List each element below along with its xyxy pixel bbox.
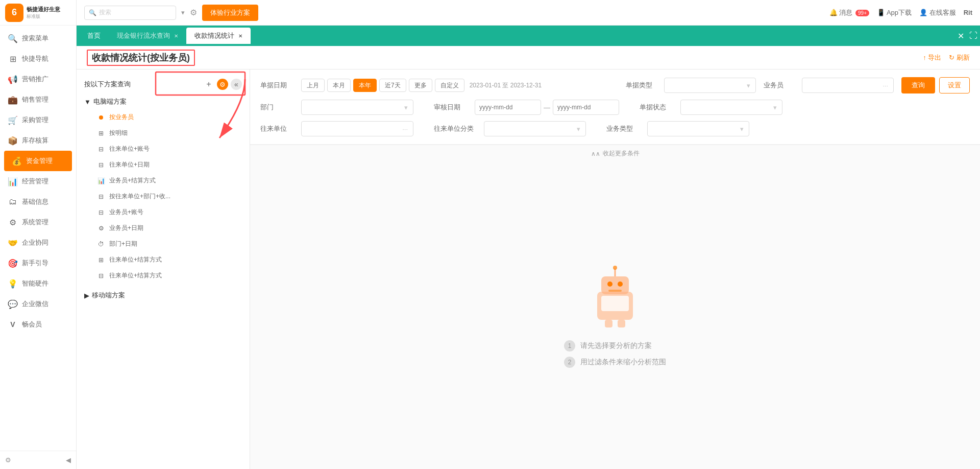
business-type-label: 业务类型 xyxy=(606,124,637,133)
tab-receipt[interactable]: 收款情况统计 ✕ xyxy=(186,28,251,44)
chevron-up-icon: ∧∧ xyxy=(591,150,600,157)
sidebar-item-hardware[interactable]: 💡 智能硬件 xyxy=(0,273,76,294)
collapse-bar[interactable]: ∧∧ 收起更多条件 xyxy=(250,145,980,162)
sidebar-item-search[interactable]: 🔍 搜索菜单 xyxy=(0,28,76,49)
sidebar-item-wechat[interactable]: 💬 企业微信 xyxy=(0,294,76,314)
filter-area: 单据日期 上月 本月 本年 近7天 更多 自定义 2023-01-01 至 20… xyxy=(250,69,980,145)
tab-home[interactable]: 首页 xyxy=(79,28,109,44)
salesman-date-icon: ⚙ xyxy=(97,224,105,232)
date-btn-this-year[interactable]: 本年 xyxy=(353,79,377,92)
audit-date-label: 审核日期 xyxy=(434,103,464,112)
expand-icon: ▼ xyxy=(84,98,91,106)
schema-item-unit-dept[interactable]: ⊟ 按往来单位+部门+收... xyxy=(84,189,242,204)
sidebar-item-quicknav[interactable]: ⊞ 快捷导航 xyxy=(0,49,76,69)
chevron-down-icon: ▾ xyxy=(747,82,750,89)
schema-item-salesman-date[interactable]: ⚙ 业务员+日期 xyxy=(84,220,242,236)
home-icon: ⊞ xyxy=(8,54,18,64)
dropdown-icon[interactable]: ▾ xyxy=(181,9,185,16)
export-btn[interactable]: ↑ 导出 xyxy=(923,53,941,62)
enterprise-icon: 🤝 xyxy=(8,238,18,248)
schema-item-unit-account[interactable]: ⊟ 往来单位+账号 xyxy=(84,141,242,157)
search-bar: 🔍 搜索 xyxy=(84,6,176,20)
user-name[interactable]: Rit xyxy=(964,9,972,16)
panel-title: 按以下方案查询 xyxy=(84,80,131,89)
sidebar-item-basic[interactable]: 🗂 基础信息 xyxy=(0,192,76,212)
audit-date-end[interactable] xyxy=(553,100,619,115)
right-filters: 单据类型 ▾ 业务员 ··· 查询 设置 xyxy=(626,77,970,93)
schema-item-unit-settle1[interactable]: ⊞ 往来单位+结算方式 xyxy=(84,252,242,268)
add-schema-btn[interactable]: + xyxy=(203,79,214,90)
collapse-panel-btn[interactable]: « xyxy=(231,79,242,90)
schema-item-dept-date[interactable]: ⏱ 部门+日期 xyxy=(84,236,242,252)
page-header: 收款情况统计(按业务员) ↑ 导出 ↻ 刷新 xyxy=(77,46,980,69)
sidebar-item-operation[interactable]: 📊 经营管理 xyxy=(0,171,76,192)
sidebar-item-guide[interactable]: 🎯 新手引导 xyxy=(0,253,76,273)
schema-item-unit-settle2[interactable]: ⊟ 往来单位+结算方式 xyxy=(84,268,242,284)
empty-illustration xyxy=(582,264,648,330)
right-panel: 单据日期 上月 本月 本年 近7天 更多 自定义 2023-01-01 至 20… xyxy=(250,69,980,469)
sidebar-item-system[interactable]: ⚙ 系统管理 xyxy=(0,212,76,232)
inventory-icon: 📦 xyxy=(8,135,18,146)
empty-step-1: 1 请先选择要分析的方案 xyxy=(564,340,666,351)
tabbar-actions: ✕ ⛶ xyxy=(958,31,977,41)
schema-item-by-salesman[interactable]: 按业务员 xyxy=(84,109,242,125)
schema-gear-btn[interactable]: ⚙ xyxy=(217,79,228,90)
tab-bank[interactable]: 现金银行流水查询 ✕ xyxy=(109,28,186,44)
partner-select[interactable]: ··· xyxy=(301,121,413,136)
dept-select[interactable]: ▾ xyxy=(301,100,413,115)
app-download[interactable]: 📱 App下载 xyxy=(877,8,912,17)
sidebar-item-member[interactable]: V 畅会员 xyxy=(0,314,76,335)
empty-steps: 1 请先选择要分析的方案 2 用过滤条件来缩小分析范围 xyxy=(564,340,666,368)
left-panel: 按以下方案查询 + ⚙ « ▼ 电脑端方案 按业务员 xyxy=(77,69,250,469)
filter-row-2: 部门 ▾ 审核日期 — 单据状态 ▾ xyxy=(260,100,970,115)
date-btn-custom[interactable]: 自定义 xyxy=(435,79,464,92)
audit-date-start[interactable] xyxy=(475,100,541,115)
desktop-group-title[interactable]: ▼ 电脑端方案 xyxy=(84,94,242,109)
svg-point-10 xyxy=(613,266,617,270)
sidebar-item-purchase[interactable]: 🛒 采购管理 xyxy=(0,110,76,130)
date-btn-this-month[interactable]: 本月 xyxy=(327,79,351,92)
detail-icon: ⊞ xyxy=(97,129,105,137)
close-receipt-tab[interactable]: ✕ xyxy=(238,33,242,39)
sidebar-item-inventory[interactable]: 📦 库存核算 xyxy=(0,130,76,151)
schema-item-unit-date[interactable]: ⊟ 往来单位+日期 xyxy=(84,157,242,173)
close-bank-tab[interactable]: ✕ xyxy=(174,33,178,39)
topbar-left: 🔍 搜索 ▾ ⚙ 体验行业方案 xyxy=(84,5,258,21)
close-window-icon[interactable]: ✕ xyxy=(958,31,964,41)
sidebar-item-marketing[interactable]: 📢 营销推广 xyxy=(0,69,76,89)
doc-status-select[interactable]: ▾ xyxy=(680,100,782,115)
sidebar-item-sales[interactable]: 💼 销售管理 xyxy=(0,89,76,110)
schema-item-salesman-account[interactable]: ⊟ 业务员+账号 xyxy=(84,204,242,220)
query-btn[interactable]: 查询 xyxy=(901,77,935,93)
settings-topbar-icon[interactable]: ⚙ xyxy=(190,8,197,17)
unit-account-icon: ⊟ xyxy=(97,145,105,153)
maximize-icon[interactable]: ⛶ xyxy=(969,31,977,40)
date-btn-7days[interactable]: 近7天 xyxy=(379,79,406,92)
collapse-sidebar-icon[interactable]: ◀ xyxy=(66,456,71,464)
trial-btn[interactable]: 体验行业方案 xyxy=(202,5,258,21)
doc-status-label: 单据状态 xyxy=(640,103,670,112)
dept-chevron-icon: ▾ xyxy=(404,104,408,111)
schema-item-salesman-settle[interactable]: 📊 业务员+结算方式 xyxy=(84,173,242,189)
refresh-btn[interactable]: ↻ 刷新 xyxy=(949,53,970,62)
unit-date-icon: ⊟ xyxy=(97,161,105,169)
notification-area[interactable]: 🔔 消息 99+ xyxy=(829,8,869,17)
business-type-select[interactable]: ▾ xyxy=(647,121,749,136)
finance-icon: 💰 xyxy=(12,156,22,166)
date-btn-last-month[interactable]: 上月 xyxy=(301,79,325,92)
doc-type-select[interactable]: ▾ xyxy=(664,78,756,93)
salesman-settle-icon: 📊 xyxy=(97,177,105,185)
schema-item-by-detail[interactable]: ⊞ 按明细 xyxy=(84,125,242,141)
settings-icon[interactable]: ⚙ xyxy=(5,456,11,464)
salesman-select[interactable]: ··· xyxy=(802,78,894,93)
partner-category-select[interactable]: ▾ xyxy=(484,121,586,136)
online-service[interactable]: 👤 在线客服 xyxy=(919,8,956,17)
set-btn[interactable]: 设置 xyxy=(939,77,970,93)
sidebar-bottom: ⚙ ◀ xyxy=(0,451,76,469)
robot-svg xyxy=(582,264,648,330)
date-btn-more[interactable]: 更多 xyxy=(409,79,432,92)
tabbar: 首页 现金银行流水查询 ✕ 收款情况统计 ✕ ✕ ⛶ xyxy=(77,26,980,46)
sidebar-item-finance[interactable]: 💰 资金管理 xyxy=(4,151,72,171)
sidebar-item-enterprise[interactable]: 🤝 企业协同 xyxy=(0,232,76,253)
mobile-group-title[interactable]: ▶ 移动端方案 xyxy=(84,288,242,303)
